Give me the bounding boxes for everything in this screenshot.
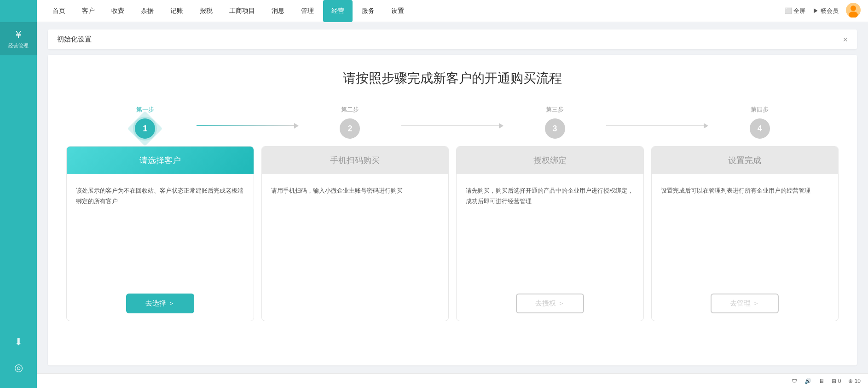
topbar-right: ⬜ 全屏 ▶ 畅会员 [785,3,861,19]
nav-item-报税[interactable]: 报税 [191,0,221,22]
status-icons: 🛡 🔊 🖥 ⊞ 0 ⊕ 10 [792,378,861,384]
card-body-2: 请用手机扫码，输入小微企业主账号密码进行购买 [262,174,449,306]
member-btn[interactable]: ▶ 畅会员 [813,7,839,15]
sidebar-item-main[interactable]: ¥ 经营管理 [0,22,37,55]
nav-item-服务[interactable]: 服务 [353,0,383,22]
card-body-3: 请先购买，购买后选择开通的产品中的企业用户进行授权绑定，成功后即可进行经营管理 [457,174,643,286]
breadcrumb-bar: 初始化设置 × [48,29,857,49]
step-header-4: 第四步 4 [708,106,811,139]
nav-item-工商项目[interactable]: 工商项目 [221,0,263,22]
card-footer-1: 去选择 ＞ [67,286,254,321]
support-icon[interactable]: ◎ [7,357,29,379]
step-header-2: 第二步 2 [299,106,401,139]
nav-item-票据[interactable]: 票据 [133,0,162,22]
card-body-4: 设置完成后可以在管理列表进行所有企业用户的经营管理 [652,174,839,286]
sidebar-bottom: ⬇ ◎ [7,331,29,388]
sidebar: ¥ 经营管理 ⬇ ◎ [0,0,37,388]
step-card-2: 手机扫码购买 请用手机扫码，输入小微企业主账号密码进行购买 [261,146,449,321]
nav-item-设置[interactable]: 设置 [383,0,412,22]
nav-item-经营[interactable]: 经营 [323,0,353,22]
card-header-4: 设置完成 [652,147,839,174]
download-icon[interactable]: ⬇ [7,331,29,353]
content-panel: 请按照步骤完成新客户的开通购买流程 第一步 1 第二步 [48,55,857,365]
step-card-1: 请选择客户 该处展示的客户为不在回收站、客户状态正常建账后完成老板端绑定的所有客… [66,146,254,321]
svg-point-1 [851,6,856,11]
cards-row: 请选择客户 该处展示的客户为不在回收站、客户状态正常建账后完成老板端绑定的所有客… [66,146,839,321]
nav-item-消息[interactable]: 消息 [263,0,293,22]
step-label-3: 第三步 [546,106,564,114]
fullscreen-btn[interactable]: ⬜ 全屏 [785,7,806,15]
yuan-icon: ¥ [16,29,21,41]
nav-item-记账[interactable]: 记账 [162,0,191,22]
steps-header-row: 第一步 1 第二步 2 [66,106,839,139]
nav-item-收费[interactable]: 收费 [103,0,133,22]
counter-0: ⊞ 0 [832,378,841,384]
step-header-3: 第三步 3 [503,106,606,139]
nav-item-客户[interactable]: 客户 [74,0,103,22]
card-header-3: 授权绑定 [457,147,643,174]
card-footer-4: 去管理 ＞ [652,286,839,321]
nav-item-首页[interactable]: 首页 [44,0,74,22]
card-header-1: 请选择客户 [67,147,254,174]
nav-item-管理[interactable]: 管理 [293,0,322,22]
step-circle-4: 4 [750,118,770,139]
statusbar: ▶ 完成 🛡 🔊 🖥 ⊞ 0 ⊕ 10 [0,373,868,388]
main-content: 初始化设置 × 请按照步骤完成新客户的开通购买流程 第一步 1 [37,22,868,373]
page-title: 请按照步骤完成新客户的开通购买流程 [66,70,839,87]
connector-2 [401,106,504,129]
topbar: 首页客户收费票据记账报税工商项目消息管理经营服务设置 ⬜ 全屏 ▶ 畅会员 [37,0,868,22]
close-button[interactable]: × [843,35,848,44]
step-circle-2: 2 [340,118,360,139]
volume-icon[interactable]: 🔊 [804,378,811,384]
card-footer-3: 去授权 ＞ [457,286,643,321]
step-label-4: 第四步 [751,106,769,114]
card-btn-1[interactable]: 去选择 ＞ [126,294,194,313]
step-circle-1: 1 [135,118,155,139]
counter-10: ⊕ 10 [848,378,861,384]
step-circle-3: 3 [545,118,565,139]
step-header-1: 第一步 1 [94,106,197,139]
sidebar-item-label: 经营管理 [8,42,29,49]
step-label-2: 第二步 [341,106,359,114]
avatar[interactable] [846,3,861,19]
step-card-4: 设置完成 设置完成后可以在管理列表进行所有企业用户的经营管理 去管理 ＞ [651,146,839,321]
card-body-1: 该处展示的客户为不在回收站、客户状态正常建账后完成老板端绑定的所有客户 [67,174,254,286]
card-btn-3[interactable]: 去授权 ＞ [516,294,584,313]
connector-3 [606,106,709,129]
step-card-3: 授权绑定 请先购买，购买后选择开通的产品中的企业用户进行授权绑定，成功后即可进行… [456,146,644,321]
shield-icon: 🛡 [792,378,797,384]
connector-1 [197,106,299,129]
monitor-icon: 🖥 [819,378,824,384]
card-footer-2 [262,306,449,321]
card-header-2: 手机扫码购买 [262,147,449,174]
card-btn-4[interactable]: 去管理 ＞ [711,294,779,313]
nav-items: 首页客户收费票据记账报税工商项目消息管理经营服务设置 [44,0,412,22]
breadcrumb-title: 初始化设置 [57,35,92,44]
